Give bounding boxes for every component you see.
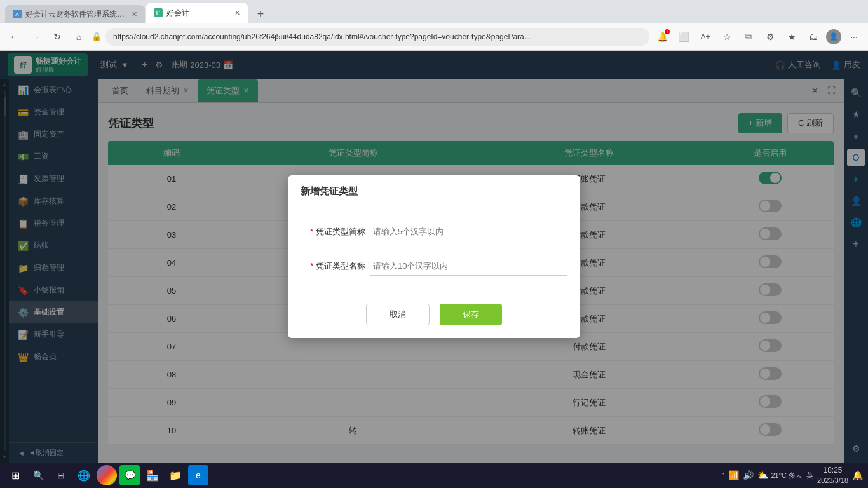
browser-tab-active[interactable]: 好 好会计 ✕ [146,3,248,23]
tab1-title: 好会计云财务软件管理系统_会计 [25,9,128,20]
taskbar-weather: ⛅ 21°C 多云 [757,470,803,480]
name-input[interactable] [370,257,567,276]
notification-bell[interactable]: 🔔 [852,470,863,480]
modal-dialog: 新增凭证类型 * 凭证类型简称 * 凭证类型名称 [288,175,580,338]
taskbar-sound-icon[interactable]: 🔊 [743,470,754,480]
collections-button[interactable]: 🗂 [804,28,822,46]
clock-date: 2023/3/18 [817,476,848,485]
taskbar-right-area: ^ 📶 🔊 ⛅ 21°C 多云 英 18:25 2023/3/18 🔔 [721,465,863,485]
weather-text: 21°C 多云 [771,471,803,480]
save-button[interactable]: 保存 [440,304,502,325]
refresh-button[interactable]: ↻ [48,28,66,46]
alert-icon[interactable]: 🔔 ! [653,28,671,46]
taskbar-clock: 18:25 2023/3/18 [817,465,848,485]
taskbar-multitask-icon[interactable]: ⊟ [51,465,71,485]
taskbar-network-icon[interactable]: 📶 [728,470,739,480]
extensions-button[interactable]: ⬜ [675,28,693,46]
tab2-title: 好会计 [166,8,231,18]
back-button[interactable]: ← [5,28,23,46]
more-button[interactable]: ··· [845,28,863,46]
taskbar-windows-store-icon[interactable]: 🏪 [142,465,163,485]
abbr-label: * 凭证类型简称 [301,226,370,238]
taskbar-folder-icon[interactable]: 📁 [165,465,186,485]
tab2-favicon: 好 [154,8,163,17]
address-bar-row: ← → ↻ ⌂ 🔒 🔔 ! ⬜ A+ ☆ ⧉ ⚙ ★ 🗂 👤 ··· [0,23,868,51]
taskbar-lang[interactable]: 英 [806,471,813,480]
form-row-name: * 凭证类型名称 [301,257,567,276]
start-button[interactable]: ⊞ [5,465,25,485]
cancel-button[interactable]: 取消 [366,304,430,325]
notification-chevron[interactable]: ^ [721,471,724,479]
forward-button[interactable]: → [27,28,44,46]
modal-overlay: 新增凭证类型 * 凭证类型简称 * 凭证类型名称 [0,51,868,463]
new-tab-button[interactable]: + [252,5,269,23]
taskbar: ⊞ 🔍 ⊟ 🌐 💬 🏪 📁 e ^ 📶 🔊 ⛅ 21°C 多云 英 18:25 … [0,463,868,488]
form-row-abbr: * 凭证类型简称 [301,222,567,241]
browser-frame: A 好会计云财务软件管理系统_会计 ✕ 好 好会计 ✕ + ← → ↻ ⌂ 🔒 … [0,0,868,488]
abbr-input[interactable] [370,222,567,241]
split-view-button[interactable]: ⧉ [740,28,757,46]
clock-time: 18:25 [817,465,848,476]
profile-avatar[interactable]: 👤 [826,29,841,44]
name-label: * 凭证类型名称 [301,261,370,272]
tab1-close[interactable]: ✕ [132,10,137,18]
taskbar-chrome-icon[interactable] [97,465,117,485]
home-button[interactable]: ⌂ [70,28,88,46]
font-button[interactable]: A+ [696,28,714,46]
bookmark-button[interactable]: ☆ [718,28,736,46]
favorites-button[interactable]: ★ [783,28,801,46]
taskbar-edge-icon[interactable]: 🌐 [74,465,94,485]
taskbar-edge2-icon[interactable]: e [188,465,208,485]
browser-tab-bar: A 好会计云财务软件管理系统_会计 ✕ 好 好会计 ✕ + [0,0,868,23]
browser-settings-button[interactable]: ⚙ [761,28,779,46]
modal-header: 新增凭证类型 [288,175,580,207]
lock-icon: 🔒 [92,32,102,41]
browser-tab-inactive[interactable]: A 好会计云财务软件管理系统_会计 ✕ [5,5,145,23]
modal-footer: 取消 保存 [288,296,580,338]
tab2-close[interactable]: ✕ [234,9,240,17]
weather-icon: ⛅ [757,470,768,480]
address-input[interactable] [105,28,649,46]
modal-title: 新增凭证类型 [301,186,358,196]
modal-body: * 凭证类型简称 * 凭证类型名称 [288,207,580,296]
taskbar-wechat-icon[interactable]: 💬 [119,465,140,485]
tab1-favicon: A [13,10,22,18]
taskbar-search-icon[interactable]: 🔍 [28,465,48,485]
